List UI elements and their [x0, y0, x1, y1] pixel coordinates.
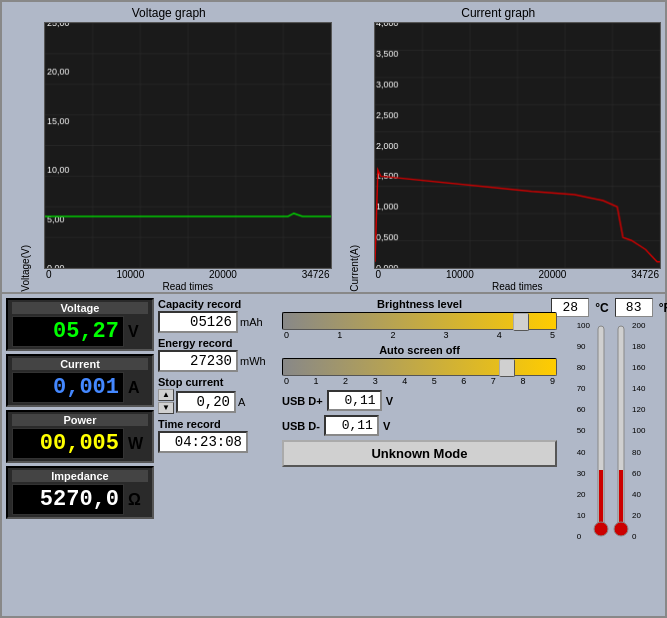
voltage-x-ticks: 0 10000 20000 34726 — [44, 269, 332, 280]
stepper-up-button[interactable]: ▲ — [158, 389, 174, 401]
middle-panel: Capacity record mAh Energy record mWh St… — [158, 298, 278, 612]
thermometer-panel: °C °F 100 90 80 70 60 50 40 30 — [561, 298, 661, 612]
energy-input-row: mWh — [158, 350, 278, 372]
celsius-unit: °C — [595, 301, 608, 315]
stop-current-unit: A — [238, 396, 245, 408]
power-unit: W — [128, 435, 148, 453]
power-meter: Power 00,005 W — [6, 410, 154, 463]
current-unit: A — [128, 379, 148, 397]
time-input-row — [158, 431, 278, 453]
brightness-block: Brightness level 0 1 2 3 4 5 — [282, 298, 557, 340]
voltage-graph-container: Voltage graph Voltage(V) 0 10000 20000 3… — [6, 6, 332, 292]
voltage-y-label: Voltage(V) — [20, 245, 31, 292]
current-value-row: 0,001 A — [12, 372, 148, 403]
current-x-ticks: 0 10000 20000 34726 — [374, 269, 662, 280]
auto-screen-off-slider-handle[interactable] — [499, 359, 515, 377]
impedance-value-row: 5270,0 Ω — [12, 484, 148, 515]
time-input[interactable] — [158, 431, 248, 453]
current-graph-title: Current graph — [461, 6, 535, 20]
current-x-label: Read times — [374, 281, 662, 292]
stop-current-stepper: ▲ ▼ A — [158, 389, 278, 414]
capacity-record-block: Capacity record mAh — [158, 298, 278, 333]
celsius-thermo: 100 90 80 70 60 50 40 30 20 10 0 — [577, 321, 610, 612]
usb-dminus-label: USB D- — [282, 420, 320, 432]
voltage-label: Voltage — [12, 302, 148, 314]
fahrenheit-thermometer-svg — [612, 321, 630, 541]
voltage-graph-title: Voltage graph — [132, 6, 206, 20]
usb-dminus-unit: V — [383, 420, 390, 432]
impedance-label: Impedance — [12, 470, 148, 482]
stop-current-input[interactable] — [176, 391, 236, 413]
voltage-display: 05,27 — [12, 316, 124, 347]
brightness-slider-container: 0 1 2 3 4 5 — [282, 312, 557, 340]
fahrenheit-thermo: 200 180 160 140 120 100 80 60 40 20 0 — [612, 321, 645, 612]
time-record-block: Time record — [158, 418, 278, 453]
capacity-label: Capacity record — [158, 298, 278, 310]
usb-dplus-input[interactable] — [327, 390, 382, 411]
capacity-unit: mAh — [240, 316, 263, 328]
svg-rect-4 — [619, 470, 623, 526]
thermo-top-row: °C °F — [551, 298, 667, 317]
auto-screen-off-label: Auto screen off — [282, 344, 557, 356]
stepper-down-button[interactable]: ▼ — [158, 402, 174, 414]
main-container: Voltage graph Voltage(V) 0 10000 20000 3… — [0, 0, 667, 618]
impedance-unit: Ω — [128, 491, 148, 509]
power-display: 00,005 — [12, 428, 124, 459]
capacity-input-row: mAh — [158, 311, 278, 333]
unknown-mode-button[interactable]: Unknown Mode — [282, 440, 557, 467]
auto-screen-off-slider-track[interactable] — [282, 358, 557, 376]
stop-current-label: Stop current — [158, 376, 278, 388]
voltage-meter: Voltage 05,27 V — [6, 298, 154, 351]
fahrenheit-unit: °F — [659, 301, 667, 315]
current-label: Current — [12, 358, 148, 370]
current-graph-container: Current graph Current(A) 0 10000 20000 3… — [336, 6, 662, 292]
impedance-display: 5270,0 — [12, 484, 124, 515]
power-value-row: 00,005 W — [12, 428, 148, 459]
energy-unit: mWh — [240, 355, 266, 367]
brightness-slider-handle[interactable] — [513, 313, 529, 331]
controls-row: Voltage 05,27 V Current 0,001 A Power 00… — [2, 292, 665, 616]
brightness-slider-marks: 0 1 2 3 4 5 — [282, 330, 557, 340]
svg-rect-1 — [599, 470, 603, 526]
capacity-input[interactable] — [158, 311, 238, 333]
voltage-value-row: 05,27 V — [12, 316, 148, 347]
usb-dminus-row: USB D- V — [282, 415, 557, 436]
time-label: Time record — [158, 418, 278, 430]
current-meter: Current 0,001 A — [6, 354, 154, 407]
power-label: Power — [12, 414, 148, 426]
left-panel: Voltage 05,27 V Current 0,001 A Power 00… — [6, 298, 154, 612]
current-canvas — [374, 22, 662, 269]
celsius-scale: 100 90 80 70 60 50 40 30 20 10 0 — [577, 321, 592, 541]
auto-screen-off-block: Auto screen off 0 1 2 3 4 5 6 7 8 — [282, 344, 557, 386]
voltage-x-label: Read times — [44, 281, 332, 292]
usb-dplus-unit: V — [386, 395, 393, 407]
right-panel: Brightness level 0 1 2 3 4 5 — [282, 298, 557, 612]
usb-dplus-row: USB D+ V — [282, 390, 557, 411]
energy-record-block: Energy record mWh — [158, 337, 278, 372]
current-y-label: Current(A) — [349, 245, 360, 292]
graphs-row: Voltage graph Voltage(V) 0 10000 20000 3… — [2, 2, 665, 292]
svg-point-2 — [594, 522, 608, 536]
celsius-thermometer-svg — [592, 321, 610, 541]
stop-current-block: Stop current ▲ ▼ A — [158, 376, 278, 414]
energy-input[interactable] — [158, 350, 238, 372]
brightness-slider-track[interactable] — [282, 312, 557, 330]
current-display: 0,001 — [12, 372, 124, 403]
stepper-buttons: ▲ ▼ — [158, 389, 174, 414]
auto-screen-off-slider-container: 0 1 2 3 4 5 6 7 8 9 — [282, 358, 557, 386]
usb-dplus-label: USB D+ — [282, 395, 323, 407]
thermos-row: 100 90 80 70 60 50 40 30 20 10 0 — [577, 321, 646, 612]
usb-dminus-input[interactable] — [324, 415, 379, 436]
auto-screen-off-slider-marks: 0 1 2 3 4 5 6 7 8 9 — [282, 376, 557, 386]
fahrenheit-scale: 200 180 160 140 120 100 80 60 40 20 0 — [630, 321, 645, 541]
energy-label: Energy record — [158, 337, 278, 349]
voltage-canvas — [44, 22, 332, 269]
voltage-unit: V — [128, 323, 148, 341]
impedance-meter: Impedance 5270,0 Ω — [6, 466, 154, 519]
svg-point-5 — [614, 522, 628, 536]
brightness-label: Brightness level — [282, 298, 557, 310]
fahrenheit-display[interactable] — [615, 298, 653, 317]
